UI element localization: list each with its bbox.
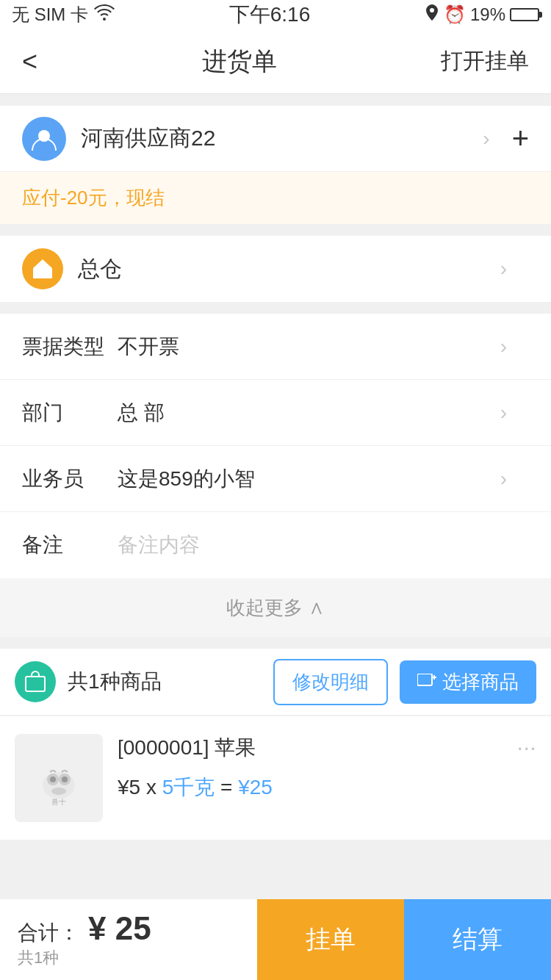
checkout-button[interactable]: 结算 [404,899,551,980]
section-divider-1 [0,94,551,106]
product-more-button[interactable]: ··· [516,734,536,761]
supplier-avatar [22,117,66,161]
form-section: 票据类型 不开票 › 部门 总 部 › 业务员 这是859的小智 › 备注 备注… [0,314,551,578]
nav-bar: < 进货单 打开挂单 [0,29,551,94]
remark-label: 备注 [22,531,118,559]
salesman-value: 这是859的小智 [118,465,500,493]
total-amount: ¥ 25 [88,910,151,947]
product-price: ¥5 x 5千克 = ¥25 [118,774,502,801]
notice-bar: 应付-20元，现结 [0,172,551,224]
svg-point-10 [51,788,66,795]
department-arrow-icon: › [500,401,507,425]
carrier-text: 无 SIM 卡 [12,3,88,26]
status-time: 下午6:16 [229,1,311,29]
select-product-button[interactable]: 选择商品 [400,660,536,704]
department-row[interactable]: 部门 总 部 › [0,380,551,446]
supplier-row[interactable]: 河南供应商22 › + [0,106,551,172]
battery-icon [510,8,539,21]
salesman-row[interactable]: 业务员 这是859的小智 › [0,446,551,512]
department-value: 总 部 [118,399,500,427]
status-left: 无 SIM 卡 [12,3,115,26]
salesman-label: 业务员 [22,465,118,493]
product-count: 共1种商品 [68,668,262,696]
location-icon [425,4,439,25]
warehouse-icon [22,248,63,289]
remark-input[interactable]: 备注内容 [118,531,529,559]
section-divider-2 [0,224,551,236]
wifi-icon [94,4,115,25]
svg-rect-4 [417,674,432,685]
svg-rect-3 [26,677,45,691]
open-pending-button[interactable]: 打开挂单 [441,46,529,76]
suspend-button[interactable]: 挂单 [257,899,404,980]
svg-point-8 [50,777,56,782]
invoice-arrow-icon: › [500,335,507,359]
product-thumbnail: 兽十 [15,734,103,822]
add-supplier-button[interactable]: + [512,122,529,155]
select-product-label: 选择商品 [442,669,519,695]
supplier-name: 河南供应商22 [81,123,483,154]
svg-marker-2 [33,259,52,268]
svg-text:兽十: 兽十 [51,798,66,806]
collapse-label: 收起更多 ∧ [226,595,324,621]
product-name: [0000001] 苹果 [118,734,502,762]
warehouse-name: 总仓 [78,254,500,284]
alarm-icon: ⏰ [444,4,466,25]
collapse-bar[interactable]: 收起更多 ∧ [0,578,551,637]
svg-point-9 [62,777,68,782]
svg-rect-1 [33,268,52,278]
remark-row[interactable]: 备注 备注内容 [0,512,551,578]
back-button[interactable]: < [22,46,37,77]
supplier-arrow-icon: › [483,127,489,151]
bottom-bar: 合计： ¥ 25 共1种 挂单 结算 [0,899,551,980]
product-icon [15,661,56,702]
status-bar: 无 SIM 卡 下午6:16 ⏰ 19% [0,0,551,29]
warehouse-arrow-icon: › [500,257,507,281]
total-sub: 共1种 [18,947,240,969]
status-right: ⏰ 19% [425,4,539,25]
total-label: 合计： [18,919,79,947]
bottom-spacer [0,840,551,869]
invoice-label: 票据类型 [22,333,118,361]
page-title: 进货单 [202,45,277,79]
product-item: 兽十 [0000001] 苹果 ¥5 x 5千克 = ¥25 ··· [0,716,551,840]
total-section: 合计： ¥ 25 共1种 [0,910,257,969]
invoice-row[interactable]: 票据类型 不开票 › [0,314,551,380]
battery-text: 19% [470,4,505,25]
warehouse-row[interactable]: 总仓 › [0,236,551,302]
product-header: 共1种商品 修改明细 选择商品 [0,649,551,715]
product-info: [0000001] 苹果 ¥5 x 5千克 = ¥25 [118,734,502,801]
department-label: 部门 [22,399,118,427]
invoice-value: 不开票 [118,333,500,361]
salesman-arrow-icon: › [500,467,507,491]
edit-detail-button[interactable]: 修改明细 [273,659,388,705]
